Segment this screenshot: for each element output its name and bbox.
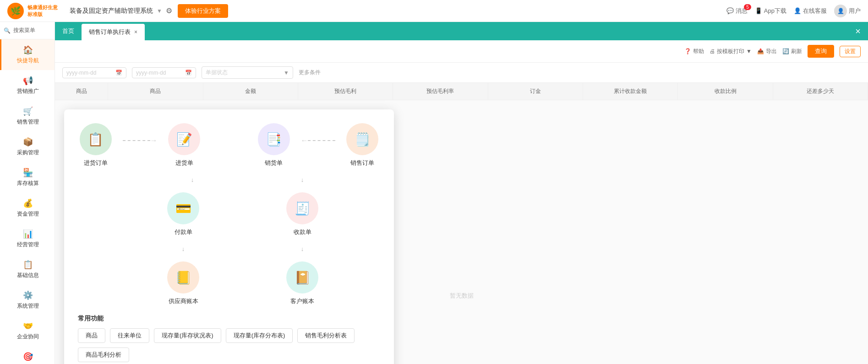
purchase-order-circle: 📋 bbox=[80, 123, 112, 155]
help-icon: ❓ bbox=[684, 48, 691, 54]
tab-home[interactable]: 首页 bbox=[55, 22, 82, 40]
message-badge: 5 bbox=[744, 4, 751, 10]
sidebar: 🔍 搜索菜单 🏠快捷导航📢营销推广🛒销售管理📦采购管理🏪库存核算💰资金管理📊经营… bbox=[0, 22, 55, 364]
supplier-ledger-label: 供应商账本 bbox=[169, 297, 198, 305]
message-button[interactable]: 💬 消息 5 bbox=[726, 7, 748, 15]
function-button[interactable]: 往来单位 bbox=[110, 328, 149, 343]
operations-icon: 📊 bbox=[23, 229, 33, 239]
dropdown-arrow-icon[interactable]: ▼ bbox=[157, 8, 162, 14]
purchase-icon: 📦 bbox=[23, 137, 33, 147]
payment-circle: 💳 bbox=[167, 192, 199, 224]
sidebar-item-quick-nav[interactable]: 🏠快捷导航 bbox=[0, 39, 55, 70]
function-buttons-row1: 商品往来单位现存量(库存状况表)现存量(库存分布表)销售毛利分析表商品毛利分析 bbox=[78, 328, 380, 362]
sidebar-item-basic[interactable]: 📋基础信息 bbox=[0, 254, 55, 285]
more-conditions-button[interactable]: 更多条件 bbox=[299, 69, 321, 76]
tab-sales-order-exec[interactable]: 销售订单执行表 × bbox=[82, 24, 145, 40]
flow-node-payment[interactable]: 💳 付款单 bbox=[160, 192, 206, 236]
experience-button[interactable]: 体验行业方案 bbox=[178, 4, 228, 18]
supplier-ledger-circle: 📒 bbox=[167, 261, 199, 293]
table-header-0: 商品 bbox=[55, 83, 108, 100]
logo-text: 畅康通好生意 标准版 bbox=[27, 4, 58, 17]
refresh-button[interactable]: 🔄 刷新 bbox=[782, 48, 802, 55]
user-avatar: 👤 bbox=[834, 5, 847, 17]
print-icon: 🖨 bbox=[710, 48, 715, 54]
table-header-1: 商品 bbox=[108, 83, 203, 100]
function-button[interactable]: 现存量(库存分布表) bbox=[226, 328, 293, 343]
sidebar-item-system[interactable]: ⚙️系统管理 bbox=[0, 285, 55, 315]
user-area[interactable]: 👤 用户 bbox=[834, 5, 861, 17]
search-menu-button[interactable]: 🔍 搜索菜单 bbox=[0, 22, 55, 39]
content-toolbar: ❓ 帮助 🖨 按模板打印 ▼ 📤 导出 🔄 刷新 bbox=[55, 40, 868, 63]
service-icon: 👤 bbox=[794, 7, 801, 14]
flow-node-sales-receipt[interactable]: 📑 销货单 bbox=[256, 123, 292, 167]
sales-icon: 🛒 bbox=[23, 106, 33, 116]
table-header-7: 收款比例 bbox=[678, 83, 773, 100]
receipt-circle: 🧾 bbox=[286, 192, 318, 224]
toolbar-right: ❓ 帮助 🖨 按模板打印 ▼ 📤 导出 🔄 刷新 bbox=[684, 45, 861, 58]
sidebar-item-guide[interactable]: 🎯新手引导 bbox=[0, 346, 55, 364]
tab-bar: 首页 销售订单执行表 × × bbox=[55, 22, 868, 40]
calendar-icon-end: 📅 bbox=[185, 70, 192, 76]
online-service-button[interactable]: 👤 在线客服 bbox=[794, 7, 827, 15]
function-button[interactable]: 销售毛利分析表 bbox=[297, 328, 355, 343]
date-input[interactable]: yyyy-mm-dd 📅 bbox=[62, 67, 126, 78]
sidebar-item-enterprise[interactable]: 🤝企业协同 bbox=[0, 315, 55, 346]
filter-row: yyyy-mm-dd 📅 yyyy-mm-dd 📅 单据状态 ▼ 更多条件 bbox=[55, 63, 868, 83]
purchase-order-label: 进货订单 bbox=[84, 159, 108, 167]
top-right-area: 💬 消息 5 📱 App下载 👤 在线客服 👤 用户 bbox=[726, 5, 861, 17]
table-header-5: 订金 bbox=[488, 83, 583, 100]
table-header-2: 金额 bbox=[203, 83, 298, 100]
table-header-8: 还差多少天 bbox=[773, 83, 868, 100]
table-header: 商品商品金额预估毛利预估毛利率订金累计收款金额收款比例还差多少天 bbox=[55, 83, 868, 100]
sales-order-label: 销售订单 bbox=[350, 159, 374, 167]
export-button[interactable]: 📤 导出 bbox=[757, 48, 777, 55]
print-button[interactable]: 🖨 按模板打印 ▼ bbox=[710, 48, 752, 55]
sidebar-item-inventory[interactable]: 🏪库存核算 bbox=[0, 162, 55, 193]
function-button[interactable]: 商品 bbox=[78, 328, 105, 343]
flow-node-receipt[interactable]: 🧾 收款单 bbox=[279, 192, 325, 236]
sidebar-item-operations[interactable]: 📊经营管理 bbox=[0, 223, 55, 254]
logo-icon: 🌿 bbox=[7, 3, 24, 19]
marketing-icon: 📢 bbox=[23, 76, 33, 86]
tab-close-icon[interactable]: × bbox=[134, 29, 137, 35]
help-button[interactable]: ❓ 帮助 bbox=[684, 48, 704, 55]
flow-node-purchase-order[interactable]: 📋 进货订单 bbox=[78, 123, 114, 167]
flow-row-arrows: ↓ ↓ bbox=[78, 176, 380, 183]
flow-node-customer-ledger[interactable]: 📔 客户账本 bbox=[279, 261, 325, 305]
print-dropdown-icon: ▼ bbox=[746, 48, 752, 54]
function-button[interactable]: 商品毛利分析 bbox=[78, 348, 129, 362]
sidebar-item-sales[interactable]: 🛒销售管理 bbox=[0, 101, 55, 131]
gear-icon[interactable]: ⚙ bbox=[166, 6, 172, 15]
quick-nav-icon: 🏠 bbox=[23, 45, 33, 55]
status-select[interactable]: 单据状态 ▼ bbox=[202, 66, 293, 79]
function-button[interactable]: 现存量(库存状况表) bbox=[154, 328, 221, 343]
guide-icon: 🎯 bbox=[23, 352, 33, 362]
flow-node-supplier-ledger[interactable]: 📒 供应商账本 bbox=[160, 261, 206, 305]
sidebar-item-purchase[interactable]: 📦采购管理 bbox=[0, 131, 55, 162]
refresh-icon: 🔄 bbox=[782, 48, 789, 54]
modal-overlay: 📋 进货订单 → 📝 进货单 bbox=[55, 100, 868, 364]
export-icon: 📤 bbox=[757, 48, 764, 54]
flow-row-3: 📒 供应商账本 📔 客户账本 bbox=[160, 261, 380, 305]
app-download-button[interactable]: 📱 App下载 bbox=[755, 7, 786, 15]
payment-label: 付款单 bbox=[175, 228, 192, 236]
query-button[interactable]: 查询 bbox=[808, 45, 834, 58]
sales-receipt-label: 销货单 bbox=[265, 159, 283, 167]
sidebar-item-marketing[interactable]: 📢营销推广 bbox=[0, 70, 55, 101]
flow-row-arrows2: ↓ ↓ bbox=[160, 245, 380, 252]
sales-receipt-circle: 📑 bbox=[258, 123, 290, 155]
flow-diagram: 📋 进货订单 → 📝 进货单 bbox=[78, 123, 380, 305]
logo-area: 🌿 畅康通好生意 标准版 bbox=[7, 3, 62, 19]
table-header-3: 预估毛利 bbox=[298, 83, 393, 100]
close-panel-icon[interactable]: × bbox=[855, 26, 861, 36]
flow-row-2: 💳 付款单 🧾 收款单 bbox=[160, 192, 380, 236]
settings-button[interactable]: 设置 bbox=[840, 46, 861, 57]
sales-order-circle: 🗒️ bbox=[346, 123, 378, 155]
message-icon: 💬 bbox=[726, 7, 734, 14]
flow-node-sales-order[interactable]: 🗒️ 销售订单 bbox=[344, 123, 380, 167]
flow-row-1: 📋 进货订单 → 📝 进货单 bbox=[78, 123, 380, 167]
sidebar-item-finance[interactable]: 💰资金管理 bbox=[0, 193, 55, 223]
receipt-label: 收款单 bbox=[294, 228, 311, 236]
flow-node-purchase-receipt[interactable]: 📝 进货单 bbox=[167, 123, 202, 167]
date-input-end[interactable]: yyyy-mm-dd 📅 bbox=[132, 67, 196, 78]
